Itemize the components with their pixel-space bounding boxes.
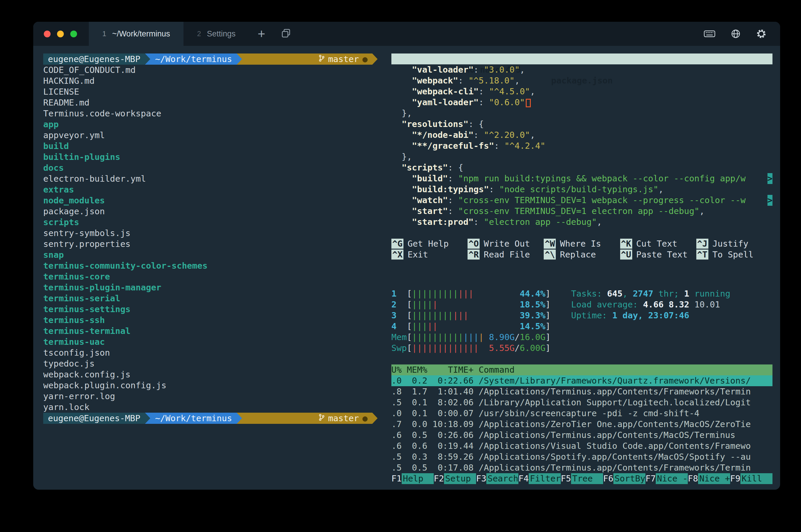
text-segment: build (43, 141, 69, 151)
terminal-pane[interactable]: eugene@Eugenes-MBP ~/Work/terminus maste… (43, 54, 378, 490)
text-segment: 18.5% (520, 300, 545, 309)
minimize-button[interactable] (57, 31, 64, 37)
shortcut-key: ^R (468, 249, 480, 260)
text-segment: ] (545, 343, 551, 353)
text-segment: .8 1.7 1:01.40 /Applications/Terminus.ap… (391, 386, 751, 397)
globe-button[interactable] (731, 29, 741, 39)
htop-fkey-F3[interactable]: F3Search (476, 473, 518, 484)
text-segment: || (427, 321, 437, 331)
text-segment: appveyor.yml (43, 130, 105, 140)
tab-index: 1 (102, 30, 106, 38)
text-segment: : (479, 87, 489, 96)
text-segment: tsconfig.json (43, 348, 110, 358)
text-segment (396, 321, 407, 331)
process-row: .0 0.2 0:22.66 /System/Library/Framework… (391, 375, 772, 386)
maximize-button[interactable] (70, 31, 77, 37)
nano-shortcuts: ^GGet Help^OWrite Out^WWhere Is^KCut Tex… (391, 239, 772, 260)
file-entry: typedoc.js (43, 358, 378, 369)
text-segment: / (515, 332, 520, 342)
htop-fkey-F1[interactable]: F1Help (391, 473, 434, 484)
text-segment: |||| (412, 300, 432, 309)
keyboard-button[interactable] (704, 30, 715, 38)
prompt-path: ~/Work/terminus (155, 413, 232, 424)
settings-button[interactable] (756, 28, 767, 39)
htop-fkey-F9[interactable]: F9Kill (730, 473, 772, 484)
plus-icon: + (258, 26, 265, 41)
file-entry: terminus-community-color-schemes (43, 261, 378, 271)
text-segment: : (489, 184, 499, 194)
shortcut-key: ^U (620, 249, 632, 260)
fkey-label: SortBy (613, 473, 646, 484)
htop-fkey-F7[interactable]: F7Nice - (646, 473, 688, 484)
text-segment: : (448, 173, 458, 184)
powerline-arrow-icon (372, 413, 377, 424)
new-tab-button[interactable]: + (249, 22, 274, 46)
text-segment: 5.55G (489, 343, 515, 353)
text-segment: [ (407, 300, 412, 309)
file-entry: terminus-serial (43, 293, 378, 304)
htop-pane[interactable]: 1 [|||||||||||| 44.4%]2 [||||| 18.5%]3 [… (391, 288, 772, 484)
text-segment: "^2.20.0" (484, 130, 530, 140)
file-entry: tsconfig.json (43, 347, 378, 358)
htop-fkey-F2[interactable]: F2Setup (434, 473, 476, 484)
text-segment: "cross-env TERMINUS_DEV=1 webpack --prog… (458, 195, 746, 205)
fkey-label: Nice - (656, 473, 688, 484)
nano-pane[interactable]: GNU nano 4.5 package.json "val-loader": … (391, 54, 772, 260)
nano-shortcut: ^RRead File (468, 249, 544, 260)
shortcut-label: Exit (408, 249, 428, 260)
file-entry: CODE_OF_CONDUCT.md (43, 65, 378, 76)
prompt-user: eugene@Eugenes-MBP (48, 54, 140, 65)
htop-fkey-F5[interactable]: F5Tree (561, 473, 603, 484)
text-segment (391, 141, 412, 151)
htop-fkey-F4[interactable]: F4Filter (518, 473, 561, 484)
close-button[interactable] (44, 31, 51, 37)
file-entry: snap (43, 249, 378, 261)
tab-title: ~/Work/terminus (112, 30, 170, 38)
text-segment: .6 0.6 0:19.44 /Applications/Visual Stud… (391, 441, 751, 451)
prompt-git-segment: master ● (242, 54, 372, 65)
text-segment: webpack.config.js (43, 369, 131, 379)
htop-fkey-F6[interactable]: F6SortBy (603, 473, 646, 484)
fkey-label: Help (402, 473, 434, 484)
text-segment: "start" (412, 206, 448, 216)
duplicate-tab-button[interactable] (274, 22, 298, 46)
text-segment: app (43, 119, 58, 129)
text-segment (391, 76, 412, 86)
text-segment: ] (545, 332, 551, 342)
powerline-arrow-icon (237, 413, 242, 424)
text-segment (396, 310, 407, 320)
nano-shortcut: ^UPaste Text (620, 249, 696, 260)
text-segment: 44.4% (520, 289, 545, 299)
powerline-arrow-icon (145, 413, 150, 424)
nano-line: "build:typings": "node scripts/build-typ… (391, 184, 772, 195)
text-segment: .6 0.5 0:26.06 /Applications/Terminus.ap… (391, 430, 735, 440)
text-segment: : (448, 195, 458, 205)
shortcut-key: ^X (391, 249, 404, 260)
text-segment: builtin-plugins (43, 152, 120, 162)
text-segment: .0 0.1 0:00.07 /usr/sbin/screencapture -… (391, 408, 700, 418)
text-segment: package.json (43, 206, 105, 216)
tab-terminal[interactable]: 1 ~/Work/terminus (89, 22, 184, 46)
text-segment: terminus-uac (43, 337, 105, 347)
nano-shortcut: ^TTo Spell (696, 249, 772, 260)
text-segment: 1 (391, 289, 396, 299)
titlebar-actions (704, 22, 780, 46)
fkey-number: F5 (561, 473, 571, 484)
text-segment: U% MEM% TIME+ Command (391, 365, 515, 375)
text-segment: 6.00G (520, 343, 545, 353)
cpu-meter: 2 [||||| 18.5%] (391, 299, 551, 310)
nano-shortcut: ^KCut Text (620, 239, 696, 249)
htop-meters: 1 [|||||||||||| 44.4%]2 [||||| 18.5%]3 [… (391, 288, 551, 354)
text-segment: ] (545, 289, 551, 299)
text-segment: Terminus.code-workspace (43, 109, 162, 118)
text-segment: node_modules (43, 195, 105, 206)
tab-settings[interactable]: 2 Settings (184, 22, 249, 46)
process-row: .0 0.1 0:00.07 /usr/sbin/screencapture -… (391, 408, 772, 419)
text-segment: : (448, 206, 458, 216)
file-entry: yarn-error.log (43, 391, 378, 402)
text-segment: typedoc.js (43, 359, 95, 368)
gear-icon (756, 28, 767, 39)
htop-fkey-F8[interactable]: F8Nice + (688, 473, 730, 484)
nano-line: "start": "cross-env TERMINUS_DEV=1 elect… (391, 206, 772, 216)
text-segment: sentry.properties (43, 239, 131, 249)
